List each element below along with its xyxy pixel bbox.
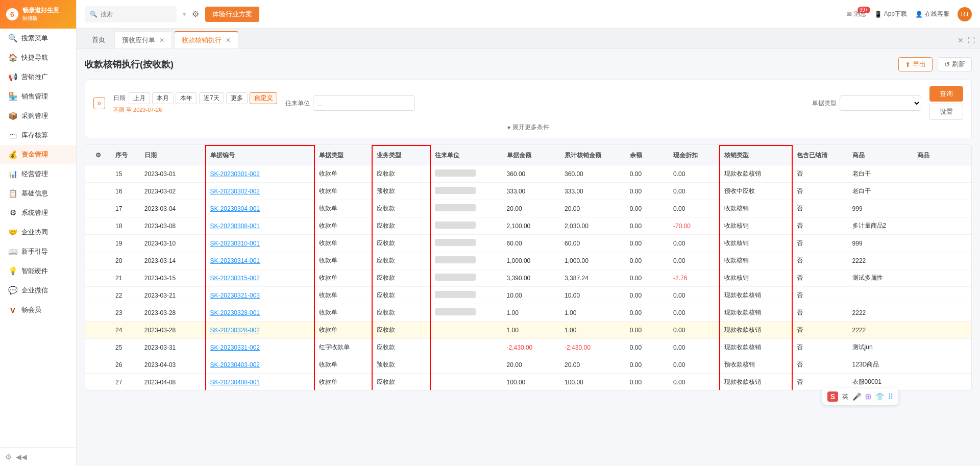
table-cell	[430, 252, 503, 269]
table-cell: 1.00	[503, 322, 561, 339]
export-button[interactable]: ⬆ 导出	[898, 57, 933, 71]
app-download-btn[interactable]: 📱 App下载	[874, 10, 907, 18]
doc-no-link[interactable]: SK-20230328-001	[210, 309, 260, 316]
sidebar-item-basic[interactable]: 📋 基础信息	[0, 184, 76, 203]
table-cell: 0.00	[626, 374, 669, 390]
date-btn-last-month[interactable]: 上月	[129, 92, 150, 104]
table-cell	[85, 287, 111, 304]
gear-icon[interactable]: ⚙	[192, 9, 199, 19]
sidebar-item-search[interactable]: 🔍 搜索菜单	[0, 29, 76, 48]
date-btn-this-year[interactable]: 本年	[176, 92, 197, 104]
doc-no-link[interactable]: SK-20230308-001	[210, 223, 260, 230]
doc-no-link[interactable]: SK-20230310-001	[210, 240, 260, 247]
table-row: 242023-03-28SK-20230328-002收款单应收款1.001.0…	[85, 322, 971, 339]
table-cell: 现款收款核销	[720, 322, 792, 339]
partner-input-box[interactable]: ...	[313, 95, 415, 111]
tab-collection-label: 收款核销执行	[182, 36, 222, 45]
table-cell: 收款单	[314, 287, 373, 304]
doc-no-link[interactable]: SK-20230321-003	[210, 292, 260, 299]
table-cell: 0.00	[669, 252, 720, 269]
topbar-search-input[interactable]	[101, 11, 172, 18]
search-icon: 🔍	[8, 34, 17, 43]
sidebar-item-operation[interactable]: 📊 经营管理	[0, 164, 76, 184]
sidebar-item-guide[interactable]: 📖 新手引导	[0, 242, 76, 261]
mic-icon[interactable]: 🎤	[852, 393, 861, 401]
table-cell: 20	[111, 252, 140, 269]
doctype-select[interactable]	[840, 95, 921, 111]
table-cell: 衣服00001	[848, 374, 914, 390]
filter-date-section: 日期 上月 本月 本年 近7天 更多 自定义 不限 至 2023-07-26	[113, 92, 277, 114]
table-cell	[913, 165, 971, 183]
sidebar-item-purchase[interactable]: 📦 采购管理	[0, 106, 76, 126]
table-cell: 2023-04-08	[140, 374, 206, 390]
tab-home[interactable]: 首页	[85, 31, 112, 48]
tab-prepay-close[interactable]: ✕	[159, 37, 164, 44]
table-cell: 应收款	[372, 322, 430, 339]
sidebar-item-hardware[interactable]: 💡 智能硬件	[0, 261, 76, 281]
table-cell: 否	[792, 356, 848, 374]
user-avatar[interactable]: Rit	[958, 7, 972, 21]
table-cell: 0.00	[669, 374, 720, 390]
date-btn-7days[interactable]: 近7天	[199, 92, 224, 104]
message-btn[interactable]: ✉ 消息 99+	[847, 10, 866, 18]
date-btn-more[interactable]: 更多	[226, 92, 248, 104]
col-partner: 往来单位	[430, 145, 503, 165]
date-btn-this-month[interactable]: 本月	[152, 92, 174, 104]
doc-no-link[interactable]: SK-20230301-002	[210, 170, 260, 178]
message-badge: 99+	[857, 7, 870, 13]
table-cell: SK-20230403-002	[206, 356, 314, 374]
sidebar-item-member[interactable]: V 畅会员	[0, 300, 76, 320]
tab-collection[interactable]: 收款核销执行 ✕	[174, 31, 238, 48]
finance-icon: 💰	[8, 150, 17, 159]
orange-collapse-icon[interactable]: »	[93, 97, 105, 109]
online-service-btn[interactable]: 👤 在线客服	[915, 10, 949, 18]
doc-no-link[interactable]: SK-20230328-002	[210, 327, 260, 334]
sidebar-item-system[interactable]: ⚙ 系统管理	[0, 203, 76, 223]
tab-prepay[interactable]: 预收应付单 ✕	[114, 31, 172, 48]
sidebar-item-sales[interactable]: 🏪 销售管理	[0, 87, 76, 106]
solution-button[interactable]: 体验行业方案	[205, 7, 259, 22]
sidebar-item-finance[interactable]: 💰 资金管理	[0, 145, 76, 164]
sidebar-item-wechat[interactable]: 💬 企业微信	[0, 281, 76, 300]
shirt-icon[interactable]: 👕	[875, 393, 884, 401]
tab-collection-close[interactable]: ✕	[226, 37, 231, 44]
sidebar-logo: 6 畅康道好生意 标推版	[0, 0, 76, 29]
doc-no-link[interactable]: SK-20230314-001	[210, 257, 260, 264]
table-row: 192023-03-10SK-20230310-001收款单应收款60.0060…	[85, 235, 971, 252]
setting-button[interactable]: 设置	[929, 104, 963, 120]
table-cell: 0.00	[626, 269, 669, 287]
close-all-icon[interactable]: ✕	[958, 36, 964, 44]
sidebar-item-marketing[interactable]: 📢 营销推广	[0, 67, 76, 87]
doc-no-link[interactable]: SK-20230302-002	[210, 188, 260, 195]
collapse-icon[interactable]: ◀◀	[16, 453, 27, 461]
sidebar-item-quicknav[interactable]: 🏠 快捷导航	[0, 48, 76, 67]
doc-no-link[interactable]: SK-20230403-002	[210, 361, 260, 369]
marketing-icon: 📢	[8, 72, 17, 82]
doc-no-link[interactable]: SK-20230315-002	[210, 275, 260, 282]
sidebar-item-corp[interactable]: 🤝 企业协同	[0, 223, 76, 242]
refresh-button[interactable]: ↺ 刷新	[938, 57, 972, 71]
topbar-search-box[interactable]: 🔍	[85, 6, 177, 22]
data-table-wrap: ⚙ 序号 日期 单据编号 单据类型 业务类型 往来单位 单据金额 累计核销金额 …	[85, 144, 972, 390]
date-btn-custom[interactable]: 自定义	[250, 92, 277, 104]
table-cell	[430, 304, 503, 322]
sidebar-item-label: 资金管理	[21, 150, 48, 159]
doc-no-link[interactable]: SK-20230408-001	[210, 379, 260, 386]
expand-tabs-icon[interactable]: ⛶	[968, 36, 975, 44]
doc-no-link[interactable]: SK-20230331-002	[210, 344, 260, 351]
expand-more-btn[interactable]: ▾ 展开更多条件	[93, 123, 963, 132]
col-gear[interactable]: ⚙	[85, 145, 111, 165]
grid-icon[interactable]: ⊞	[865, 393, 871, 401]
table-cell	[913, 374, 971, 390]
table-cell: 2023-03-28	[140, 322, 206, 339]
table-cell: 否	[792, 287, 848, 304]
settings-icon[interactable]: ⚙	[5, 453, 12, 461]
query-button[interactable]: 查询	[929, 86, 963, 102]
sidebar-item-inventory[interactable]: 🗃 库存核算	[0, 126, 76, 145]
table-cell: 19	[111, 235, 140, 252]
doc-no-link[interactable]: SK-20230304-001	[210, 205, 260, 212]
col-doc-type: 单据类型	[314, 145, 373, 165]
apps-icon[interactable]: ⠿	[888, 393, 893, 401]
table-cell: 10.00	[560, 287, 626, 304]
page-title: 收款核销执行(按收款)	[85, 58, 174, 70]
